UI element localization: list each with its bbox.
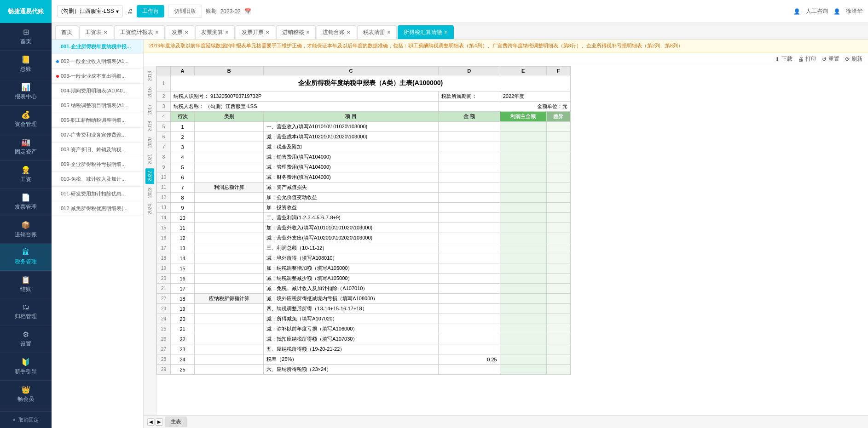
calendar-icon[interactable]: 📅: [244, 8, 251, 15]
sidebar-item-发票管理[interactable]: 📄发票管理: [0, 188, 52, 216]
row-number: 26: [157, 334, 171, 344]
sidebar-item-首页[interactable]: ⊞首页: [0, 23, 52, 51]
xuhao-cell: 20: [171, 314, 195, 324]
tab-close-icon[interactable]: ✕: [444, 30, 448, 35]
tab-close-icon[interactable]: ✕: [225, 30, 229, 35]
year-item-2017[interactable]: 2017: [145, 102, 154, 117]
tab-税表清册[interactable]: 税表清册✕: [357, 25, 397, 39]
tab-进销稽核[interactable]: 进销稽核✕: [276, 25, 316, 39]
print-icon[interactable]: 🖨: [127, 8, 133, 15]
year-item-2016[interactable]: 2016: [145, 85, 154, 100]
year-item-2019[interactable]: 2019: [145, 68, 154, 84]
form-list-item-001[interactable]: 001-企业所得税年度纳税申报...: [52, 40, 143, 54]
form-list-item-007[interactable]: 007-广告费和业务宣传费跑...: [52, 128, 143, 143]
tab-发票[interactable]: 发票✕: [166, 25, 194, 39]
tab-label: 工资表: [85, 29, 102, 36]
tab-工资表[interactable]: 工资表✕: [79, 25, 113, 39]
quane-cell: [438, 243, 500, 253]
form-list-item-004[interactable]: 004-期间费用明细表(A1040...: [52, 84, 143, 98]
year-item-2023[interactable]: 2023: [145, 185, 154, 200]
xuhao-cell: 6: [171, 172, 195, 183]
tab-label: 所得税汇算清缴: [404, 29, 442, 36]
tab-进销台账[interactable]: 进销台账✕: [317, 25, 356, 39]
sidebar-item-结账[interactable]: 📋结账: [0, 271, 52, 298]
year-item-2021[interactable]: 2021: [145, 151, 154, 167]
col-header: C: [264, 67, 438, 75]
tab-close-icon[interactable]: ✕: [266, 30, 269, 35]
tab-close-icon[interactable]: ✕: [387, 30, 391, 35]
form-list-item-012[interactable]: 012-减免所得税优惠明细表(...: [52, 201, 143, 216]
tab-close-icon[interactable]: ✕: [185, 30, 188, 35]
sidebar-item-新手引导[interactable]: 🔰新手引导: [0, 353, 52, 381]
sidebar-item-归档管理[interactable]: 🗂归档管理: [0, 298, 52, 325]
tab-close-icon[interactable]: ✕: [347, 30, 350, 35]
print-button[interactable]: 🖨 打印: [798, 55, 816, 63]
row-number: 7: [157, 142, 171, 152]
ai-service-label[interactable]: 人工咨询: [806, 7, 828, 15]
tab-发票测算[interactable]: 发票测算✕: [195, 25, 235, 39]
sidebar-icon: 💰: [21, 110, 30, 119]
leibie-cell: [195, 193, 264, 203]
row-number: 27: [157, 344, 171, 354]
company-selector[interactable]: (勾删）江西服宝-LSS ▾: [57, 5, 123, 17]
sidebar-item-税务管理[interactable]: 🏛税务管理: [0, 244, 52, 271]
row-number: 16: [157, 233, 171, 243]
sidebar-item-报表中心[interactable]: 📊报表中心: [0, 78, 52, 106]
download-button[interactable]: ⬇ 下载: [775, 55, 793, 63]
sidebar-item-固定资产[interactable]: 🏭固定资产: [0, 133, 52, 161]
sidebar-cancel-fixed[interactable]: ⇤ 取消固定: [0, 411, 52, 428]
bottom-tab-主表[interactable]: 主表: [165, 417, 187, 427]
form-list-item-009[interactable]: 009-企业所得税补亏损明细...: [52, 157, 143, 172]
tab-首页[interactable]: 首页: [55, 25, 78, 39]
tab-所得税汇算清缴[interactable]: 所得税汇算清缴✕: [398, 25, 454, 39]
liruna-cell: [500, 132, 546, 142]
xuhao-cell: 23: [171, 344, 195, 354]
quane-cell: [438, 203, 500, 213]
xuhao-cell: 22: [171, 334, 195, 344]
work-table-button[interactable]: 工作台: [137, 5, 164, 17]
form-list-item-008[interactable]: 008-资产折旧、摊销及纳税...: [52, 143, 143, 157]
refresh-button[interactable]: ⟳ 刷新: [845, 55, 862, 63]
switch-old-button[interactable]: 切到旧版: [168, 5, 202, 18]
xiangmu-cell: 三、利润总额（10-11-12）: [264, 243, 438, 253]
year-item-2022[interactable]: 2022: [145, 168, 154, 184]
chayi-cell: [546, 365, 570, 375]
form-list-item-010[interactable]: 010-免税、减计收入及加计...: [52, 172, 143, 187]
form-list-item-005[interactable]: 005-纳税调整项目明细表(A1...: [52, 98, 143, 113]
leibie-cell: [195, 365, 264, 375]
sidebar-label: 畅会员: [17, 395, 34, 403]
tab-发票开票[interactable]: 发票开票✕: [236, 25, 275, 39]
nav-right-icon[interactable]: ▶: [156, 418, 163, 426]
sidebar-item-资金管理[interactable]: 💰资金管理: [0, 106, 52, 133]
liruna-cell: [500, 354, 546, 365]
tab-工资统计报表[interactable]: 工资统计报表✕: [114, 25, 165, 39]
tab-close-icon[interactable]: ✕: [155, 30, 159, 35]
leibie-cell: [195, 142, 264, 152]
sidebar-item-进销台账[interactable]: 📦进销台账: [0, 216, 52, 244]
liruna-cell: [500, 284, 546, 294]
sidebar-item-畅会员[interactable]: 👑畅会员: [0, 381, 52, 408]
form-list-item-006[interactable]: 006-职工薪酬纳税调整明细...: [52, 113, 143, 128]
form-list-item-011[interactable]: 011-研发费用加计扣除优惠...: [52, 187, 143, 201]
sidebar-item-总账[interactable]: 📒总账: [0, 51, 52, 78]
right-content: 2019年度涉及取以前年度延续数据的申报表单元格需要手工维护正确，才能保证本年及…: [144, 40, 868, 428]
chayi-cell: [546, 132, 570, 142]
liruna-cell: [500, 152, 546, 162]
reset-button[interactable]: ↺ 重置: [822, 55, 839, 63]
nav-left-icon[interactable]: ◀: [147, 418, 155, 426]
sidebar-icon: 🗂: [22, 303, 29, 311]
sidebar-icon: 📒: [21, 55, 30, 64]
sidebar-item-设置[interactable]: ⚙设置: [0, 325, 52, 353]
spreadsheet-area[interactable]: ABCDEF1企业所得税年度纳税申报表（A类）主表(A100000)2纳税人识别…: [156, 66, 868, 415]
xuhao-cell: 14: [171, 253, 195, 263]
form-list-item-002[interactable]: 002-一般企业收入明细表(A1...: [52, 54, 143, 69]
quane-cell: [438, 263, 500, 274]
tab-close-icon[interactable]: ✕: [104, 30, 107, 35]
tab-close-icon[interactable]: ✕: [306, 30, 310, 35]
year-item-2020[interactable]: 2020: [145, 135, 154, 150]
taxpayer-name: 纳税人名称： （勾删）江西服宝-LSS: [171, 102, 439, 112]
year-item-2024[interactable]: 2024: [145, 201, 154, 217]
year-item-2018[interactable]: 2018: [145, 118, 154, 134]
form-list-item-003[interactable]: 003-一般企业成本支出明细...: [52, 69, 143, 84]
sidebar-item-工资[interactable]: 👷工资: [0, 161, 52, 188]
